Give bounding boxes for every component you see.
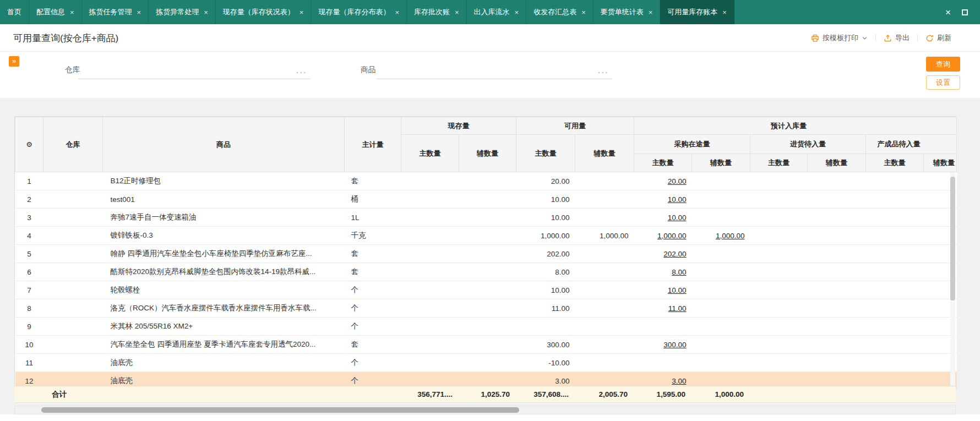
inbound-main-cell	[750, 354, 808, 372]
purchase-qty-link[interactable]: 10.00	[668, 286, 687, 294]
tab-receive-dispatch-summary[interactable]: 收发存汇总表×	[526, 0, 594, 24]
purchase-qty-link[interactable]: 3.00	[672, 377, 686, 385]
print-by-template-button[interactable]: 按模板打印	[811, 33, 868, 43]
tab-config-info[interactable]: 配置信息×	[29, 0, 82, 24]
table-row[interactable]: 8 洛克（ROCK）汽车香水座摆件车载香水座摆件车用香水车载... 个 11.0…	[15, 299, 957, 318]
table-row[interactable]: 5 翰静 四季通用汽车坐垫全包小车座椅垫四季垫仿亚麻布艺座... 套 202.0…	[15, 245, 957, 263]
tab-close-icon[interactable]: ×	[455, 8, 459, 17]
tab-stock-distribution-report[interactable]: 现存量（库存分布表）×	[311, 0, 407, 24]
horizontal-scrollbar-thumb[interactable]	[41, 407, 519, 413]
divider	[917, 34, 918, 42]
purchase-qty-link[interactable]: 8.00	[672, 268, 686, 276]
purchase-aux-qty-link[interactable]: 1,000.00	[716, 232, 745, 240]
inbound-pending-subgroup-header: 进货待入量	[750, 135, 866, 154]
total-onhand-aux: 1,025.70	[458, 386, 515, 402]
warehouse-cell	[43, 263, 103, 281]
warehouse-input[interactable]: ···	[78, 63, 311, 79]
table-row[interactable]: 10 汽车坐垫全包 四季通用座垫 夏季卡通汽车座套专用透气2020... 套 3…	[15, 336, 957, 354]
maximize-icon[interactable]	[962, 9, 968, 15]
product-cell: 奔驰7速手自一体变速箱油	[103, 209, 345, 227]
tab-picking-exception[interactable]: 拣货异常处理×	[149, 0, 216, 24]
warehouse-cell	[43, 354, 103, 372]
available-main-cell: 20.00	[516, 172, 575, 190]
product-input[interactable]: ···	[377, 63, 612, 79]
purchase-aux-cell	[692, 245, 750, 263]
purchase-qty-link[interactable]: 11.00	[668, 304, 687, 313]
expand-panel-button[interactable]: »	[9, 56, 19, 67]
inbound-aux-cell	[808, 299, 866, 318]
tab-inout-flow[interactable]: 出入库流水×	[467, 0, 527, 24]
tab-demand-order-stats[interactable]: 要货单统计表×	[594, 0, 661, 24]
table-row[interactable]: 9 米其林 205/55R16 XM2+ 个	[15, 318, 957, 336]
inbound-main-cell	[750, 172, 808, 190]
finished-main-cell	[866, 190, 924, 209]
tab-home[interactable]: 首页	[0, 0, 29, 24]
purchase-qty-link[interactable]: 10.00	[668, 214, 687, 222]
product-cell: 轮毂螺栓	[103, 281, 345, 299]
inbound-main-cell	[750, 299, 808, 318]
table-row[interactable]: 11 油底壳 个 -10.00	[15, 354, 957, 372]
tab-stock-status-report[interactable]: 现存量（库存状况表）×	[216, 0, 312, 24]
settings-button[interactable]: 设置	[926, 75, 960, 90]
close-icon[interactable]: ×	[945, 8, 951, 17]
purchase-qty-link[interactable]: 1,000.00	[657, 232, 687, 240]
table-row[interactable]: 1 B12正时修理包 套 20.00 20.00	[15, 172, 957, 190]
row-number: 9	[15, 318, 43, 336]
purchase-aux-cell	[692, 263, 750, 281]
available-aux-cell	[575, 336, 634, 354]
column-settings-header[interactable]: ⚙	[15, 117, 43, 172]
tab-available-stock-ledger[interactable]: 可用量库存账本×	[660, 0, 734, 24]
table-row[interactable]: 3 奔驰7速手自一体变速箱油 1L 10.00 10.00	[15, 209, 957, 227]
tab-inventory-batch-ledger[interactable]: 库存批次账×	[407, 0, 467, 24]
warehouse-cell	[43, 190, 103, 209]
finished-main-cell	[866, 209, 924, 227]
purchase-main-cell: 202.00	[634, 245, 692, 263]
total-row: 合计 356,771.... 1,025.70 357,608.... 2,00…	[14, 386, 956, 403]
product-cell: B12正时修理包	[103, 172, 345, 190]
purchase-main-cell: 20.00	[634, 172, 692, 190]
tab-close-icon[interactable]: ×	[649, 8, 653, 17]
purchase-qty-link[interactable]: 20.00	[668, 177, 687, 185]
refresh-button[interactable]: 刷新	[925, 33, 951, 43]
vertical-scrollbar[interactable]	[950, 172, 955, 386]
gear-icon: ⚙	[26, 140, 32, 149]
purchase-qty-link[interactable]: 10.00	[668, 195, 687, 204]
table-row[interactable]: 4 镀锌铁板-0.3 千克 1,000.00 1,000.00 1,000.00…	[15, 227, 957, 245]
available-aux-cell: 1,000.00	[575, 227, 634, 245]
row-number: 8	[15, 299, 43, 318]
product-more-icon[interactable]: ···	[598, 69, 609, 76]
purchase-qty-link[interactable]: 202.00	[663, 250, 686, 258]
table-row[interactable]: 6 酷斯特2020款别克昂科威脚垫全包围内饰改装14-19款昂科威... 套 8…	[15, 263, 957, 281]
available-aux-cell	[575, 209, 634, 227]
purchase-aux-cell: 1,000.00	[692, 227, 750, 245]
inbound-main-cell	[750, 190, 808, 209]
chevron-down-icon[interactable]	[862, 35, 868, 41]
vertical-scrollbar-thumb[interactable]	[950, 177, 955, 300]
tab-picking-task-mgmt[interactable]: 拣货任务管理×	[82, 0, 149, 24]
query-button[interactable]: 查询	[926, 57, 960, 72]
tab-close-icon[interactable]: ×	[722, 8, 727, 17]
tab-close-icon[interactable]: ×	[204, 8, 208, 17]
tab-close-icon[interactable]: ×	[581, 8, 586, 17]
export-label: 导出	[895, 33, 910, 43]
inbound-main-cell	[750, 245, 808, 263]
tab-close-icon[interactable]: ×	[300, 8, 304, 17]
tab-label: 首页	[7, 7, 21, 17]
tab-close-icon[interactable]: ×	[70, 8, 74, 17]
warehouse-more-icon[interactable]: ···	[296, 69, 307, 76]
purchase-qty-link[interactable]: 300.00	[663, 341, 686, 349]
tab-close-icon[interactable]: ×	[515, 8, 519, 17]
table-row[interactable]: 2 test001 桶 10.00 10.00	[15, 190, 957, 209]
tab-label: 配置信息	[36, 7, 65, 17]
unit-column-header: 主计量	[345, 117, 401, 172]
export-button[interactable]: 导出	[884, 33, 910, 43]
tab-close-icon[interactable]: ×	[137, 8, 141, 17]
horizontal-scrollbar[interactable]	[14, 406, 956, 414]
onhand-aux-cell	[459, 299, 516, 318]
available-aux-cell	[575, 263, 634, 281]
table-row[interactable]: 7 轮毂螺栓 个 10.00 10.00	[15, 281, 957, 299]
purchase-aux-qty-header: 辅数量	[692, 154, 750, 172]
tab-close-icon[interactable]: ×	[395, 8, 399, 17]
purchase-main-cell	[634, 354, 692, 372]
row-number: 7	[15, 281, 43, 299]
